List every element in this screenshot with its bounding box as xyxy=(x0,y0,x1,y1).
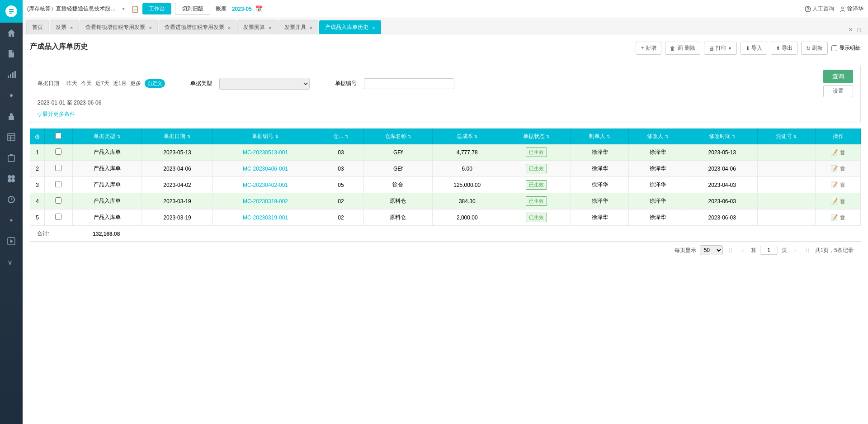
prev-page-btn[interactable]: ＜ xyxy=(738,246,747,255)
sidebar-item-chart[interactable] xyxy=(0,64,23,85)
tab-invoice-open-close[interactable]: × xyxy=(310,25,312,30)
row-delete-icon-2[interactable]: 🗑 xyxy=(840,165,845,172)
row-select-5[interactable] xyxy=(55,214,61,220)
import-btn[interactable]: ⬇ 导入 xyxy=(741,42,767,55)
sidebar-item-home[interactable] xyxy=(0,23,23,43)
row-select-3[interactable] xyxy=(55,181,61,187)
col-modify-time-header[interactable]: 修改时间 ⇅ xyxy=(687,129,757,144)
col-cost-header[interactable]: 总成本 ⇅ xyxy=(432,129,502,144)
expand-company-icon[interactable]: ▼ xyxy=(121,6,126,11)
tab-invoice-open[interactable]: 发票开具 × xyxy=(278,20,318,34)
tab-product-inbound[interactable]: 产成品入库单历史 × xyxy=(319,20,381,34)
sidebar-item-v[interactable]: V xyxy=(0,252,23,272)
sidebar-item-lock[interactable] xyxy=(0,106,23,127)
sidebar-item-widget1[interactable] xyxy=(0,168,23,189)
tab-sale-vat-close[interactable]: × xyxy=(149,25,151,30)
sidebar-item-play[interactable] xyxy=(0,231,23,252)
row-checkbox-5[interactable] xyxy=(45,210,73,226)
workbench-button[interactable]: 工作台 xyxy=(142,3,171,14)
delete-btn[interactable]: 🗑 面 删除 xyxy=(665,42,700,55)
expand-filter-btn[interactable]: ▽ 展开更多条件 xyxy=(38,110,853,118)
row-number-link-2[interactable]: MC-20230406-001 xyxy=(243,166,288,172)
sidebar-item-clipboard[interactable] xyxy=(0,148,23,168)
row-select-1[interactable] xyxy=(55,148,61,155)
row-edit-icon-1[interactable]: 📝 xyxy=(830,149,838,156)
col-creator-header[interactable]: 制单人 ⇅ xyxy=(571,129,628,144)
row-checkbox-4[interactable] xyxy=(45,193,73,210)
switch-version-button[interactable]: 切到旧版 xyxy=(175,3,210,15)
row-edit-icon-4[interactable]: 📝 xyxy=(830,198,838,205)
number-filter-input[interactable] xyxy=(364,78,454,89)
date-yesterday[interactable]: 昨天 xyxy=(66,80,77,87)
refresh-btn[interactable]: ↻ 刷新 xyxy=(801,42,828,55)
maximize-btn[interactable]: □ xyxy=(857,27,861,33)
row-delete-icon-5[interactable]: 🗑 xyxy=(840,214,845,221)
last-page-btn[interactable]: ⟩⟩ xyxy=(803,246,811,254)
sidebar-item-table[interactable] xyxy=(0,127,23,148)
date-7days[interactable]: 近7天 xyxy=(95,80,109,87)
col-type-header[interactable]: 单据类型 ⇅ xyxy=(72,129,142,144)
tab-purchase-vat[interactable]: 查看进项增值税专用发票 × xyxy=(159,20,236,34)
tab-invoice-calc[interactable]: 发票测算 × xyxy=(237,20,277,34)
col-voucher-header[interactable]: 凭证号 ⇅ xyxy=(757,129,815,144)
row-select-2[interactable] xyxy=(55,165,61,171)
col-settings[interactable]: ⚙ xyxy=(30,129,45,144)
col-settings-icon[interactable]: ⚙ xyxy=(34,133,40,140)
row-delete-icon-4[interactable]: 🗑 xyxy=(840,198,845,205)
col-wh-name-header[interactable]: 仓库名称 ⇅ xyxy=(363,129,432,144)
period-calendar-icon[interactable]: 📅 xyxy=(255,5,263,12)
col-date-header[interactable]: 单据日期 ⇅ xyxy=(142,129,212,144)
row-number-link-4[interactable]: MC-20230319-002 xyxy=(243,198,288,205)
tab-home[interactable]: 首页 xyxy=(26,20,49,34)
query-button[interactable]: 查询 xyxy=(823,70,853,83)
print-btn[interactable]: 🖨 打印 ▼ xyxy=(704,42,737,55)
row-number-link-1[interactable]: MC-20230513-001 xyxy=(243,149,288,156)
tab-invoice-close[interactable]: × xyxy=(70,25,73,30)
col-status-header[interactable]: 单据状态 ⇅ xyxy=(502,129,571,144)
user-avatar[interactable]: 徐泽华 xyxy=(840,5,863,13)
sidebar-item-doc[interactable] xyxy=(0,43,23,64)
row-checkbox-1[interactable] xyxy=(45,144,73,161)
settings-button[interactable]: 设置 xyxy=(823,85,853,97)
select-all-checkbox[interactable] xyxy=(55,133,61,139)
tab-sale-vat[interactable]: 查看销项增值税专用发票 × xyxy=(80,20,157,34)
row-number-link-5[interactable]: MC-20230319-001 xyxy=(243,214,288,221)
col-wh-code-header[interactable]: 仓... ⇅ xyxy=(318,129,363,144)
row-select-4[interactable] xyxy=(55,197,61,204)
row-edit-icon-2[interactable]: 📝 xyxy=(830,165,838,172)
first-page-btn[interactable]: ⟨⟨ xyxy=(726,246,735,254)
page-size-select[interactable]: 20 50 100 xyxy=(700,245,723,255)
row-delete-icon-3[interactable]: 🗑 xyxy=(840,181,845,188)
close-all-tabs-btn[interactable]: × xyxy=(849,26,853,34)
svg-rect-3 xyxy=(14,71,16,78)
row-checkbox-3[interactable] xyxy=(45,177,73,193)
tab-purchase-vat-close[interactable]: × xyxy=(228,25,231,30)
sidebar-item-gear[interactable] xyxy=(0,210,23,231)
row-edit-icon-3[interactable]: 📝 xyxy=(830,181,838,188)
col-modifier-header[interactable]: 修改人 ⇅ xyxy=(629,129,687,144)
export-btn[interactable]: ⬆ 导出 xyxy=(771,42,797,55)
row-edit-icon-5[interactable]: 📝 xyxy=(830,214,838,221)
print-dropdown-icon[interactable]: ▼ xyxy=(728,46,732,51)
new-btn[interactable]: + 新增 xyxy=(636,42,661,55)
tab-product-inbound-close[interactable]: × xyxy=(372,25,375,30)
copy-icon[interactable]: 📋 xyxy=(131,5,139,13)
date-more[interactable]: 更多 xyxy=(130,80,141,87)
tab-invoice-calc-close[interactable]: × xyxy=(269,25,271,30)
col-number-header[interactable]: 单据编号 ⇅ xyxy=(212,129,318,144)
next-page-btn[interactable]: ＞ xyxy=(791,246,800,255)
sidebar-item-settings1[interactable] xyxy=(0,85,23,106)
row-checkbox-2[interactable] xyxy=(45,161,73,177)
page-number-input[interactable] xyxy=(760,246,778,255)
col-checkbox-header[interactable] xyxy=(45,129,73,144)
row-number-link-3[interactable]: MC-20230402-001 xyxy=(243,182,288,188)
sidebar-item-widget2[interactable] xyxy=(0,189,23,210)
date-today[interactable]: 今天 xyxy=(81,80,92,87)
user-service-btn[interactable]: 人工咨询 xyxy=(805,5,834,13)
row-delete-icon-1[interactable]: 🗑 xyxy=(840,149,845,156)
date-custom[interactable]: 自定义 xyxy=(145,79,165,88)
date-1month[interactable]: 近1月 xyxy=(113,80,127,87)
tab-invoice[interactable]: 发票 × xyxy=(50,20,79,34)
type-filter-select[interactable] xyxy=(219,78,310,90)
show-detail-checkbox[interactable] xyxy=(831,45,837,51)
